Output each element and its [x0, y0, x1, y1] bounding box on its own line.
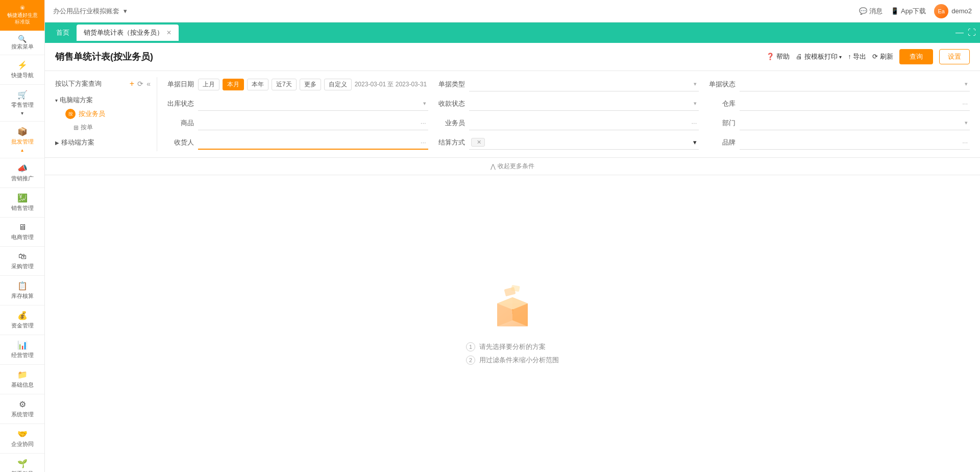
recv-status-select[interactable]: ▾	[469, 97, 699, 111]
product-label: 商品	[165, 119, 194, 128]
finance-icon: 💰	[17, 311, 28, 320]
filter-item-date: 单据日期 上月 本月 本年 近7天 更多 自定义	[165, 77, 428, 91]
sidebar-item-purchase[interactable]: 🛍 采购管理	[0, 247, 44, 276]
message-button[interactable]: 💬 消息	[859, 7, 883, 16]
date-btn-more[interactable]: 更多	[300, 79, 321, 90]
breadcrumb-text: 办公用品行业模拟账套	[53, 7, 119, 16]
salesperson-label: 业务员	[436, 119, 465, 128]
export-button[interactable]: ↑ 导出	[848, 52, 866, 61]
sidebar-item-inventory[interactable]: 📋 库存核算	[0, 276, 44, 305]
brand-select[interactable]: ···	[740, 135, 970, 150]
sidebar-item-wholesale[interactable]: 📦 批发管理 ▴	[0, 122, 44, 158]
sidebar-item-marketing[interactable]: 📣 营销推广	[0, 158, 44, 188]
sidebar-item-enterprise[interactable]: 🤝 企业协同	[0, 424, 44, 454]
doc-status-label: 单据状态	[707, 80, 736, 89]
retail-arrow-icon: ▾	[21, 110, 23, 116]
out-status-control[interactable]: ▾	[198, 97, 428, 111]
query-button[interactable]: 查询	[899, 49, 933, 64]
retail-icon: 🛒	[17, 90, 28, 100]
doc-status-arrow-icon: ▾	[965, 81, 968, 87]
collapse-filters-button[interactable]: ⋀ 收起更多条件	[45, 158, 980, 175]
dept-control[interactable]: ▾	[740, 116, 970, 130]
add-scheme-icon[interactable]: +	[130, 79, 134, 88]
doc-type-select[interactable]: ▾	[469, 77, 699, 91]
sidebar-item-search[interactable]: 🔍 搜索菜单	[0, 31, 44, 55]
settle-tag-close-icon[interactable]: ✕	[477, 139, 481, 146]
date-btn-7days[interactable]: 近7天	[272, 79, 297, 90]
brand-label: 品牌	[707, 138, 736, 147]
receiver-control[interactable]: ···	[198, 135, 428, 150]
date-btn-this-month[interactable]: 本月	[223, 79, 244, 90]
warehouse-control[interactable]: ···	[740, 97, 970, 111]
tab-report[interactable]: 销货单统计表（按业务员） ✕	[77, 25, 179, 41]
sidebar-item-quicknav[interactable]: ⚡ 快捷导航	[0, 55, 44, 85]
product-control[interactable]: ···	[198, 116, 428, 130]
receiver-more-icon: ···	[421, 138, 426, 146]
tab-close-icon[interactable]: ✕	[166, 29, 172, 36]
sidebar-label-inventory: 库存核算	[11, 292, 34, 300]
tab-minimize-icon[interactable]: —	[955, 28, 964, 37]
doc-status-control[interactable]: ▾	[740, 77, 970, 91]
sidebar-item-operations[interactable]: 📊 经营管理	[0, 335, 44, 365]
date-btn-this-year[interactable]: 本年	[247, 79, 268, 90]
tree-item-salesperson[interactable]: 按 按业务员	[55, 107, 151, 121]
user-menu[interactable]: Ea demo2	[934, 4, 972, 18]
receiver-input[interactable]: ···	[198, 135, 428, 150]
app-download-button[interactable]: 📱 App下载	[891, 7, 926, 16]
refresh-scheme-icon[interactable]: ⟳	[137, 80, 143, 88]
brand-control[interactable]: ···	[740, 135, 970, 150]
salesperson-select[interactable]: ···	[469, 116, 699, 130]
recv-status-control[interactable]: ▾	[469, 97, 699, 111]
content-area: 销售单统计表(按业务员) ❓ 帮助 🖨 按模板打印 ▾ ↑ 导出	[45, 43, 980, 472]
sidebar-label-newbie: 新手引导	[11, 470, 34, 472]
hint-item-2: 2 用过滤条件来缩小分析范围	[466, 356, 559, 365]
sidebar-logo: 畅 畅捷通好生意 标准版	[0, 0, 45, 31]
help-label: 帮助	[776, 53, 790, 60]
operations-icon: 📊	[17, 340, 28, 350]
warehouse-select[interactable]: ···	[740, 97, 970, 111]
tab-expand-icon[interactable]: ⛶	[968, 28, 976, 37]
brand-more-icon: ···	[962, 138, 968, 146]
settings-button[interactable]: 设置	[939, 49, 970, 64]
sidebar-item-basics[interactable]: 📁 基础信息	[0, 365, 44, 394]
filter-item-receiver: 收货人 ···	[165, 135, 428, 150]
sales-icon: 💹	[17, 193, 28, 203]
sidebar-item-retail[interactable]: 🛒 零售管理 ▾	[0, 85, 44, 122]
svg-text:↑: ↑	[510, 306, 514, 315]
salesperson-control[interactable]: ···	[469, 116, 699, 130]
tab-report-label: 销货单统计表（按业务员）	[84, 28, 163, 37]
settle-control[interactable]: ✕ ▾	[469, 135, 699, 150]
page-actions: ❓ 帮助 🖨 按模板打印 ▾ ↑ 导出 ⟳ 刷新	[766, 49, 970, 64]
product-select[interactable]: ···	[198, 116, 428, 130]
app-icon: 📱	[891, 7, 899, 15]
date-btn-last-month[interactable]: 上月	[198, 79, 219, 90]
warehouse-label: 仓库	[707, 99, 736, 108]
sidebar-item-newbie[interactable]: 🌱 新手引导	[0, 454, 44, 472]
sidebar-item-ecommerce[interactable]: 🖥 电商管理	[0, 218, 44, 247]
refresh-button[interactable]: ⟳ 刷新	[872, 52, 893, 61]
tab-home[interactable]: 首页	[49, 25, 77, 41]
print-button[interactable]: 🖨 按模板打印 ▾	[796, 52, 842, 61]
tree-item-byorder[interactable]: ⊞ 按单	[55, 121, 151, 134]
tree-item-byorder-label: 按单	[81, 123, 93, 132]
tree-group-pc-label[interactable]: ▾ 电脑端方案	[55, 93, 151, 107]
collapse-scheme-icon[interactable]: «	[146, 80, 151, 88]
out-status-select[interactable]: ▾	[198, 97, 428, 111]
doc-status-select[interactable]: ▾	[740, 77, 970, 91]
tree-group-mobile-text: 移动端方案	[61, 138, 94, 147]
sidebar-label-basics: 基础信息	[11, 381, 34, 389]
sidebar-item-finance[interactable]: 💰 资金管理	[0, 305, 44, 335]
data-area: ↑ 1 请先选择要分析的方案 2 用过滤条件来缩小分析范围	[45, 175, 980, 472]
wholesale-arrow-icon: ▴	[21, 147, 23, 153]
doc-type-control[interactable]: ▾	[469, 77, 699, 91]
sidebar-item-system[interactable]: ⚙ 系统管理	[0, 394, 44, 424]
byorder-icon: ⊞	[74, 124, 79, 131]
out-status-label: 出库状态	[165, 99, 194, 108]
breadcrumb-arrow-icon[interactable]: ▾	[124, 7, 127, 15]
settle-tag-control: ✕ ▾	[469, 135, 699, 150]
date-btn-custom[interactable]: 自定义	[324, 79, 352, 90]
tree-group-mobile-label[interactable]: ▶ 移动端方案	[55, 136, 151, 149]
help-button[interactable]: ❓ 帮助	[766, 52, 790, 61]
sidebar-item-sales[interactable]: 💹 销售管理	[0, 188, 44, 218]
dept-select[interactable]: ▾	[740, 116, 970, 130]
